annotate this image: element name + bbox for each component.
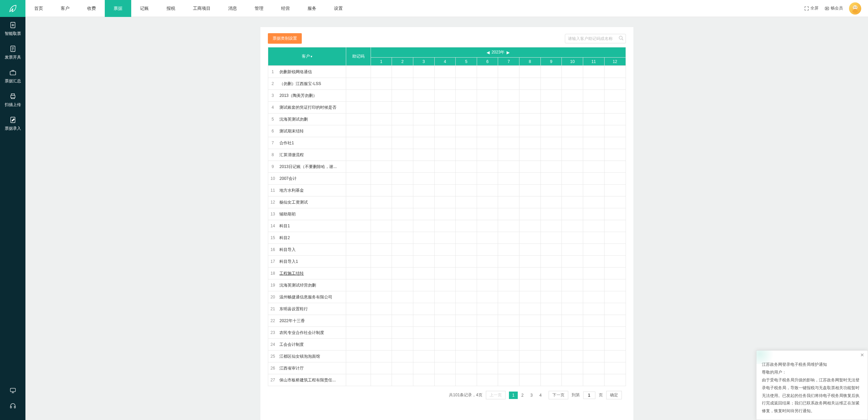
pager-page-4[interactable]: 4 <box>536 392 545 399</box>
month-cell[interactable] <box>562 327 583 339</box>
month-cell[interactable] <box>604 291 626 303</box>
month-cell[interactable] <box>583 256 605 268</box>
month-cell[interactable] <box>392 291 413 303</box>
month-cell[interactable] <box>604 208 626 220</box>
month-header-5[interactable]: 5 <box>456 58 477 66</box>
sidebar-item-智能取票[interactable]: 智能取票 <box>0 17 25 41</box>
month-cell[interactable] <box>562 113 583 125</box>
month-cell[interactable] <box>583 339 605 351</box>
month-cell[interactable] <box>477 161 498 173</box>
sidebar-item-票据汇总[interactable]: 票据汇总 <box>0 64 25 88</box>
month-cell[interactable] <box>456 173 477 185</box>
month-cell[interactable] <box>519 208 541 220</box>
month-cell[interactable] <box>519 90 541 102</box>
customer-name-cell[interactable]: 沈海英测试勿删 <box>277 113 346 125</box>
notification-close-button[interactable]: ✕ <box>860 353 865 357</box>
month-cell[interactable] <box>562 291 583 303</box>
month-cell[interactable] <box>434 173 456 185</box>
month-cell[interactable] <box>434 362 456 374</box>
month-cell[interactable] <box>583 90 605 102</box>
month-cell[interactable] <box>413 268 434 279</box>
month-cell[interactable] <box>371 78 392 90</box>
month-cell[interactable] <box>477 125 498 137</box>
month-cell[interactable] <box>477 291 498 303</box>
month-cell[interactable] <box>562 279 583 291</box>
customer-name-cell[interactable]: 保山市板桥建筑工程有限责任... <box>277 374 346 386</box>
month-cell[interactable] <box>477 256 498 268</box>
month-cell[interactable] <box>413 315 434 327</box>
month-cell[interactable] <box>540 208 562 220</box>
month-cell[interactable] <box>498 208 519 220</box>
month-cell[interactable] <box>392 244 413 256</box>
month-cell[interactable] <box>371 161 392 173</box>
month-cell[interactable] <box>519 291 541 303</box>
month-cell[interactable] <box>456 220 477 232</box>
month-cell[interactable] <box>477 244 498 256</box>
month-cell[interactable] <box>434 149 456 161</box>
month-cell[interactable] <box>562 339 583 351</box>
month-cell[interactable] <box>540 351 562 362</box>
month-cell[interactable] <box>371 362 392 374</box>
month-cell[interactable] <box>583 66 605 78</box>
month-cell[interactable] <box>434 161 456 173</box>
month-cell[interactable] <box>371 351 392 362</box>
month-cell[interactable] <box>413 291 434 303</box>
month-cell[interactable] <box>477 362 498 374</box>
month-cell[interactable] <box>519 362 541 374</box>
month-cell[interactable] <box>392 113 413 125</box>
month-cell[interactable] <box>562 256 583 268</box>
month-cell[interactable] <box>498 149 519 161</box>
month-cell[interactable] <box>540 161 562 173</box>
month-cell[interactable] <box>413 196 434 208</box>
month-cell[interactable] <box>456 78 477 90</box>
month-cell[interactable] <box>413 137 434 149</box>
pager-page-3[interactable]: 3 <box>527 392 536 399</box>
month-cell[interactable] <box>371 244 392 256</box>
month-cell[interactable] <box>392 102 413 113</box>
month-cell[interactable] <box>434 244 456 256</box>
month-cell[interactable] <box>371 256 392 268</box>
month-cell[interactable] <box>413 256 434 268</box>
month-cell[interactable] <box>477 113 498 125</box>
month-cell[interactable] <box>498 244 519 256</box>
month-cell[interactable] <box>583 208 605 220</box>
month-cell[interactable] <box>540 374 562 386</box>
month-cell[interactable] <box>477 102 498 113</box>
customer-search-input[interactable] <box>565 34 626 43</box>
month-cell[interactable] <box>371 196 392 208</box>
month-cell[interactable] <box>498 315 519 327</box>
month-cell[interactable] <box>604 185 626 196</box>
month-cell[interactable] <box>477 279 498 291</box>
month-cell[interactable] <box>413 374 434 386</box>
search-icon[interactable] <box>618 35 624 42</box>
month-cell[interactable] <box>604 161 626 173</box>
table-scroll[interactable]: 1勿删新锐网络通信2（勿删）江西服宝-LSS32013（陶美芳勿删）4测试账套的… <box>268 66 626 386</box>
month-cell[interactable] <box>434 102 456 113</box>
month-cell[interactable] <box>498 327 519 339</box>
month-cell[interactable] <box>540 90 562 102</box>
month-cell[interactable] <box>562 90 583 102</box>
month-cell[interactable] <box>540 78 562 90</box>
month-cell[interactable] <box>519 303 541 315</box>
month-cell[interactable] <box>562 185 583 196</box>
month-cell[interactable] <box>434 220 456 232</box>
month-cell[interactable] <box>498 125 519 137</box>
month-cell[interactable] <box>562 315 583 327</box>
month-cell[interactable] <box>562 196 583 208</box>
month-cell[interactable] <box>562 173 583 185</box>
month-cell[interactable] <box>392 279 413 291</box>
top-nav-记账[interactable]: 记账 <box>131 0 158 17</box>
top-nav-收费[interactable]: 收费 <box>78 0 105 17</box>
month-cell[interactable] <box>392 374 413 386</box>
month-cell[interactable] <box>498 102 519 113</box>
month-cell[interactable] <box>392 161 413 173</box>
month-cell[interactable] <box>371 125 392 137</box>
month-cell[interactable] <box>456 362 477 374</box>
month-cell[interactable] <box>371 268 392 279</box>
month-cell[interactable] <box>604 113 626 125</box>
month-cell[interactable] <box>434 291 456 303</box>
month-cell[interactable] <box>434 185 456 196</box>
month-cell[interactable] <box>562 351 583 362</box>
pager-page-2[interactable]: 2 <box>518 392 527 399</box>
month-cell[interactable] <box>371 208 392 220</box>
